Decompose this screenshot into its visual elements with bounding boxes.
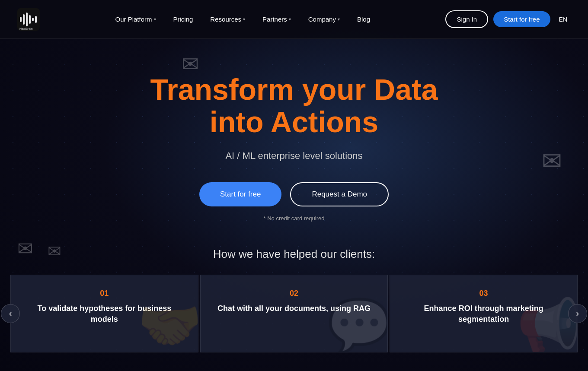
carousel-prev-button[interactable]: ‹ [1,304,20,323]
card-icon-2: 💬 [327,295,388,352]
nav-label-company: Company [308,16,336,23]
svg-rect-2 [23,14,25,25]
logo-link[interactable]: NextBrain [17,8,40,31]
start-free-button-hero[interactable]: Start for free [199,182,281,206]
svg-rect-4 [29,15,31,24]
language-selector[interactable]: EN [556,13,571,26]
nav-item-partners[interactable]: Partners ▾ [256,12,298,26]
chevron-down-icon: ▾ [154,17,156,22]
hero-title-line2: into Actions [210,105,378,138]
request-demo-button[interactable]: Request a Demo [290,182,389,206]
nav-label-pricing: Pricing [173,16,193,23]
nav-item-platform[interactable]: Our Platform ▾ [108,12,163,26]
svg-rect-1 [20,17,22,22]
hero-section: ✉ ✉ ✉ ✉ Transform your Data into Actions… [0,0,588,371]
card-icon-1: 🤝 [137,295,198,352]
nav-label-partners: Partners [262,16,287,23]
client-card-2: 02 Chat with all your documents, using R… [200,275,388,352]
logo-icon: NextBrain [17,8,40,31]
nav-label-platform: Our Platform [115,16,152,23]
nav-actions: Sign In Start for free EN [445,10,571,28]
chevron-left-icon: ‹ [9,308,12,318]
navbar: NextBrain Our Platform ▾ Pricing Resourc… [0,0,588,39]
svg-rect-6 [35,16,37,23]
nav-item-resources[interactable]: Resources ▾ [203,12,252,26]
nav-label-resources: Resources [210,16,241,23]
cards-wrapper: ‹ 01 To validate hypotheses for business… [10,275,578,352]
client-card-1: 01 To validate hypotheses for business m… [10,275,198,352]
no-credit-text: * No credit card required [264,215,325,222]
chevron-down-icon: ▾ [243,17,245,22]
cards-row: 01 To validate hypotheses for business m… [10,275,578,352]
svg-rect-5 [32,18,34,21]
hero-content: Transform your Data into Actions AI / ML… [10,39,578,352]
chevron-down-icon: ▾ [338,17,340,22]
carousel-next-button[interactable]: › [568,304,587,323]
start-free-button-nav[interactable]: Start for free [493,11,550,27]
clients-section: How we have helped our clients: ‹ 01 To … [10,247,578,352]
clients-title: How we have helped our clients: [10,247,578,261]
card-icon-3: 📢 [517,295,578,352]
client-card-3: 03 Enhance ROI through marketing segment… [390,275,578,352]
nav-item-pricing[interactable]: Pricing [166,12,200,26]
svg-text:NextBrain: NextBrain [19,27,33,30]
hero-subtitle: AI / ML enterprise level solutions [225,150,362,162]
signin-button[interactable]: Sign In [445,10,488,28]
svg-rect-3 [26,13,28,26]
nav-item-company[interactable]: Company ▾ [301,12,347,26]
chevron-right-icon: › [576,308,579,318]
hero-buttons: Start for free Request a Demo [199,182,389,206]
hero-title: Transform your Data into Actions [150,73,438,138]
nav-links: Our Platform ▾ Pricing Resources ▾ Partn… [108,12,377,26]
nav-label-blog: Blog [357,16,370,23]
hero-title-line1: Transform your Data [150,73,438,106]
chevron-down-icon: ▾ [289,17,291,22]
nav-item-blog[interactable]: Blog [350,12,377,26]
